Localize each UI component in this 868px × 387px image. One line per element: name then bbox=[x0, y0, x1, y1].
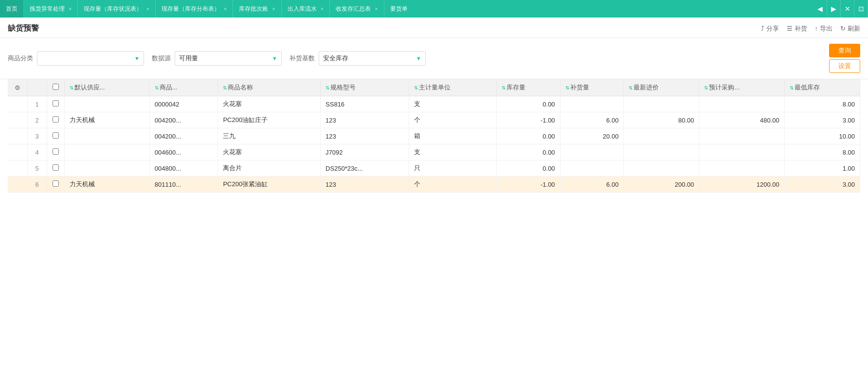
td-replenish-1 bbox=[560, 96, 624, 112]
export-btn[interactable]: ↑ 导出 bbox=[815, 24, 833, 33]
tab-stock-status[interactable]: 现存量（库存状况表）× bbox=[78, 0, 155, 18]
category-label: 商品分类 bbox=[8, 54, 33, 63]
filter-actions: 查询 设置 bbox=[829, 44, 860, 73]
table-container: ⚙ ⇅默认供应... ⇅商品... ⇅商品名称 ⇅规格型号 ⇅主计量单位 ⇅库存… bbox=[0, 79, 868, 193]
td-num-4: 4 bbox=[27, 144, 47, 160]
tab-label-stock-dist: 现存量（库存分布表） bbox=[162, 5, 220, 13]
tab-stock-dist[interactable]: 现存量（库存分布表）× bbox=[156, 0, 233, 18]
tab-batch-account[interactable]: 库存批次账× bbox=[233, 0, 281, 18]
sort-est-icon: ⇅ bbox=[704, 85, 708, 90]
th-min-stock: ⇅最低库存 bbox=[784, 79, 860, 96]
row-checkbox-1[interactable] bbox=[53, 100, 59, 106]
td-latest-price-1 bbox=[624, 96, 699, 112]
sort-code-icon: ⇅ bbox=[155, 85, 159, 90]
td-num-3: 3 bbox=[27, 128, 47, 144]
tab-close-receive-summary[interactable]: × bbox=[375, 6, 378, 12]
td-gear-1 bbox=[8, 96, 27, 112]
td-num-6: 6 bbox=[27, 176, 47, 193]
page-title: 缺货预警 bbox=[8, 23, 761, 34]
query-button[interactable]: 查询 bbox=[829, 44, 860, 57]
row-checkbox-2[interactable] bbox=[53, 116, 59, 123]
tab-abnormal[interactable]: 拣货异常处理× bbox=[24, 0, 78, 18]
sort-min-icon: ⇅ bbox=[790, 85, 794, 90]
td-unit-1: 支 bbox=[409, 96, 496, 112]
td-stock-5: 0.00 bbox=[496, 160, 560, 176]
tab-close-all-btn[interactable]: ✕ bbox=[841, 0, 854, 18]
td-stock-4: 0.00 bbox=[496, 144, 560, 160]
datasource-chevron-icon: ▼ bbox=[272, 55, 277, 61]
row-checkbox-3[interactable] bbox=[53, 132, 59, 139]
sort-name-icon: ⇅ bbox=[223, 85, 227, 90]
tab-label-inout-flow: 出入库流水 bbox=[288, 5, 317, 13]
th-gear: ⚙ bbox=[8, 79, 27, 96]
td-supplier-1 bbox=[64, 96, 149, 112]
datasource-filter-group: 数据源 可用量 ▼ bbox=[152, 51, 282, 66]
td-code-5: 004800... bbox=[149, 160, 218, 176]
td-latest-price-2: 80.00 bbox=[624, 112, 699, 128]
header-actions: ⤴ 分享 ☰ 补货 ↑ 导出 ↻ 刷新 bbox=[761, 24, 861, 33]
td-num-5: 5 bbox=[27, 160, 47, 176]
settings-button[interactable]: 设置 bbox=[829, 59, 860, 73]
sort-price-icon: ⇅ bbox=[629, 85, 633, 90]
td-name-5: 离合片 bbox=[218, 160, 321, 176]
tab-prev-btn[interactable]: ◀ bbox=[814, 0, 827, 18]
tab-order-stats[interactable]: 要货单统计表× bbox=[384, 0, 407, 18]
td-supplier-5 bbox=[64, 160, 149, 176]
replenish-btn[interactable]: ☰ 补货 bbox=[787, 24, 807, 33]
category-chevron-icon: ▼ bbox=[134, 55, 140, 61]
replenish-base-select[interactable]: 安全库存 ▼ bbox=[319, 51, 426, 66]
select-all-checkbox[interactable] bbox=[53, 84, 59, 90]
sort-replenish-icon: ⇅ bbox=[565, 85, 569, 90]
row-checkbox-6[interactable] bbox=[53, 180, 59, 187]
td-name-1: 火花塞 bbox=[218, 96, 321, 112]
sort-stock-icon: ⇅ bbox=[502, 85, 506, 90]
th-replenish: ⇅补货量 bbox=[560, 79, 624, 96]
row-checkbox-5[interactable] bbox=[53, 164, 59, 171]
row-checkbox-4[interactable] bbox=[53, 148, 59, 155]
tab-close-stock-status[interactable]: × bbox=[146, 6, 149, 12]
data-table: ⚙ ⇅默认供应... ⇅商品... ⇅商品名称 ⇅规格型号 ⇅主计量单位 ⇅库存… bbox=[8, 79, 860, 193]
th-check bbox=[47, 79, 64, 96]
td-latest-price-4 bbox=[624, 144, 699, 160]
replenish-icon: ☰ bbox=[787, 25, 793, 32]
td-latest-price-3 bbox=[624, 128, 699, 144]
tab-close-batch-account[interactable]: × bbox=[272, 6, 275, 12]
table-header-row: ⚙ ⇅默认供应... ⇅商品... ⇅商品名称 ⇅规格型号 ⇅主计量单位 ⇅库存… bbox=[8, 79, 860, 96]
sort-unit-icon: ⇅ bbox=[414, 85, 418, 90]
td-supplier-4 bbox=[64, 144, 149, 160]
share-icon: ⤴ bbox=[761, 25, 764, 32]
td-gear-5 bbox=[8, 160, 27, 176]
td-spec-6: 123 bbox=[321, 176, 409, 193]
td-supplier-3 bbox=[64, 128, 149, 144]
tab-expand-btn[interactable]: ⊡ bbox=[854, 0, 868, 18]
tab-receive-summary[interactable]: 收发存汇总表× bbox=[330, 0, 384, 18]
tab-close-stock-dist[interactable]: × bbox=[224, 6, 227, 12]
td-replenish-6: 6.00 bbox=[560, 176, 624, 193]
replenish-base-filter-group: 补货基数 安全库存 ▼ bbox=[289, 51, 426, 66]
gear-settings-icon[interactable]: ⚙ bbox=[15, 84, 20, 91]
share-btn[interactable]: ⤴ 分享 bbox=[761, 24, 779, 33]
td-check-3 bbox=[47, 128, 64, 144]
datasource-select[interactable]: 可用量 ▼ bbox=[175, 51, 282, 66]
tab-next-btn[interactable]: ▶ bbox=[827, 0, 841, 18]
page-header: 缺货预警 ⤴ 分享 ☰ 补货 ↑ 导出 ↻ 刷新 bbox=[0, 18, 868, 38]
td-est-purchase-2: 480.00 bbox=[699, 112, 784, 128]
tab-close-inout-flow[interactable]: × bbox=[321, 6, 324, 12]
filter-bar: 商品分类 ▼ 数据源 可用量 ▼ 补货基数 安全库存 ▼ 查询 设置 bbox=[0, 38, 868, 79]
tab-close-abnormal[interactable]: × bbox=[69, 6, 72, 12]
tab-inout-flow[interactable]: 出入库流水× bbox=[282, 0, 330, 18]
td-replenish-3: 20.00 bbox=[560, 128, 624, 144]
td-est-purchase-1 bbox=[699, 96, 784, 112]
refresh-icon: ↻ bbox=[840, 25, 846, 32]
td-spec-1: SS816 bbox=[321, 96, 409, 112]
tab-label-order-stats: 要货单统计表 bbox=[390, 5, 407, 13]
td-name-4: 火花塞 bbox=[218, 144, 321, 160]
th-est-purchase: ⇅预计采购... bbox=[699, 79, 784, 96]
td-latest-price-6: 200.00 bbox=[624, 176, 699, 193]
refresh-btn[interactable]: ↻ 刷新 bbox=[840, 24, 860, 33]
category-select[interactable]: ▼ bbox=[37, 51, 144, 66]
tab-label-abnormal: 拣货异常处理 bbox=[30, 5, 65, 13]
tab-home[interactable]: 首页 bbox=[0, 0, 24, 18]
page-content: 缺货预警 ⤴ 分享 ☰ 补货 ↑ 导出 ↻ 刷新 商品分类 bbox=[0, 18, 868, 387]
td-supplier-6: 力天机械 bbox=[64, 176, 149, 193]
